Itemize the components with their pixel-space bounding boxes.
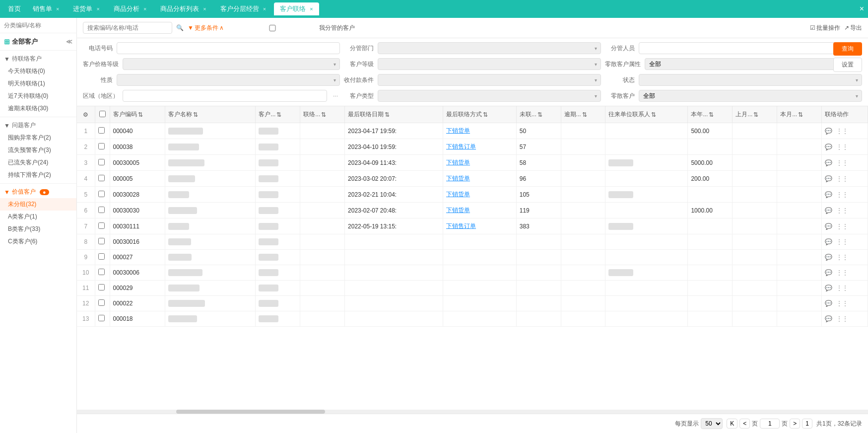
col-this-year[interactable]: 本年...⇅: [688, 106, 733, 123]
message-icon[interactable]: 💬: [825, 128, 832, 135]
col-partner[interactable]: 往来单位联系人⇅: [605, 106, 688, 123]
row-checkbox[interactable]: [95, 155, 110, 171]
col-last-month[interactable]: 上月...⇅: [733, 106, 777, 123]
row-checkbox[interactable]: [95, 171, 110, 187]
first-page-button[interactable]: K: [727, 419, 737, 429]
tab-sales-order[interactable]: 销售单 ×: [27, 2, 65, 15]
col-checkbox[interactable]: [95, 106, 110, 123]
message-icon[interactable]: 💬: [825, 207, 832, 214]
collapse-sidebar-button[interactable]: ≪: [66, 38, 72, 45]
row-checkbox[interactable]: [95, 123, 110, 139]
row-select-checkbox[interactable]: [98, 143, 105, 149]
customer-name[interactable]: [165, 155, 256, 171]
row-select-checkbox[interactable]: [98, 269, 105, 275]
region-input[interactable]: [123, 90, 327, 102]
customer-name[interactable]: [165, 218, 256, 234]
sidebar-item-class-c[interactable]: C类客户(6): [0, 235, 76, 248]
search-input[interactable]: [83, 22, 172, 34]
row-checkbox[interactable]: [95, 187, 110, 203]
customer-name[interactable]: [165, 250, 256, 265]
customer-level-select[interactable]: [378, 58, 601, 70]
col-code[interactable]: 客户编码⇅: [110, 106, 165, 123]
row-checkbox[interactable]: [95, 311, 110, 327]
row-checkbox[interactable]: [95, 234, 110, 250]
more-actions-icon[interactable]: ⋮⋮: [836, 144, 848, 150]
col-unlink-days[interactable]: 未联...⇅: [516, 106, 561, 123]
more-actions-icon[interactable]: ⋮⋮: [836, 300, 848, 307]
sidebar-item-class-b[interactable]: B类客户(33): [0, 223, 76, 235]
last-contact-type[interactable]: 下销货单: [443, 187, 517, 203]
col-this-month[interactable]: 本月...⇅: [777, 106, 822, 123]
col-last-date[interactable]: 最后联络日期⇅: [345, 106, 443, 123]
category-search-input[interactable]: [4, 22, 77, 29]
search-bar-icon[interactable]: 🔍: [176, 24, 184, 31]
customer-name[interactable]: [165, 234, 256, 250]
tab-purchase-order[interactable]: 进货单 ×: [67, 2, 105, 15]
row-checkbox[interactable]: [95, 139, 110, 155]
row-select-checkbox[interactable]: [98, 191, 105, 197]
last-contact-type[interactable]: [443, 265, 517, 281]
message-icon[interactable]: 💬: [825, 238, 832, 245]
sidebar-item-churned[interactable]: 已流失客户(24): [0, 156, 76, 169]
more-actions-icon[interactable]: ⋮⋮: [836, 285, 848, 291]
horizontal-scrollbar[interactable]: [77, 410, 868, 414]
dept-select[interactable]: [378, 42, 601, 54]
my-customers-checkbox[interactable]: 我分管的客户: [228, 24, 355, 32]
region-more-icon[interactable]: ···: [331, 92, 340, 99]
sidebar-group-value-customers[interactable]: ▼ 价值客户 ●: [0, 186, 76, 198]
prev-page-button[interactable]: <: [739, 419, 750, 429]
more-actions-icon[interactable]: ⋮⋮: [836, 207, 848, 214]
row-select-checkbox[interactable]: [98, 127, 105, 134]
customer-name[interactable]: [165, 171, 256, 187]
more-actions-icon[interactable]: ⋮⋮: [836, 223, 848, 230]
close-sales-order-icon[interactable]: ×: [56, 6, 59, 12]
message-icon[interactable]: 💬: [825, 175, 832, 182]
price-level-select[interactable]: [123, 58, 340, 70]
row-checkbox[interactable]: [95, 250, 110, 265]
search-button[interactable]: 查询: [833, 42, 862, 56]
row-checkbox[interactable]: [95, 265, 110, 281]
customer-name[interactable]: [165, 123, 256, 139]
page-number-input[interactable]: [760, 419, 780, 429]
row-select-checkbox[interactable]: [98, 207, 105, 213]
payment-select[interactable]: [378, 74, 601, 86]
message-icon[interactable]: 💬: [825, 269, 832, 276]
status-select[interactable]: [639, 74, 862, 86]
last-page-button[interactable]: 1: [802, 419, 812, 429]
row-checkbox[interactable]: [95, 203, 110, 218]
row-select-checkbox[interactable]: [98, 315, 105, 321]
close-product-analysis-icon[interactable]: ×: [143, 6, 146, 12]
customer-name[interactable]: [165, 265, 256, 281]
last-contact-type[interactable]: [443, 296, 517, 311]
next-page-button[interactable]: >: [790, 419, 800, 429]
sidebar-group-pending-contact[interactable]: ▼ 待联络客户: [0, 53, 76, 65]
customer-name[interactable]: [165, 187, 256, 203]
more-actions-icon[interactable]: ⋮⋮: [836, 191, 848, 198]
close-customer-contact-icon[interactable]: ×: [310, 6, 313, 12]
message-icon[interactable]: 💬: [825, 159, 832, 166]
col-name[interactable]: 客户名称⇅: [165, 106, 256, 123]
sidebar-group-problem-customers[interactable]: ▼ 问题客户: [0, 119, 76, 132]
sidebar-item-ungroup[interactable]: 未分组(32): [0, 198, 76, 211]
row-select-checkbox[interactable]: [98, 222, 105, 229]
close-all-tabs-button[interactable]: ×: [860, 4, 864, 13]
per-page-select[interactable]: 50: [701, 418, 723, 429]
last-contact-type[interactable]: [443, 250, 517, 265]
message-icon[interactable]: 💬: [825, 223, 832, 230]
col-contact[interactable]: 联络...⇅: [300, 106, 345, 123]
message-icon[interactable]: 💬: [825, 191, 832, 198]
message-icon[interactable]: 💬: [825, 144, 832, 150]
row-checkbox[interactable]: [95, 296, 110, 311]
more-actions-icon[interactable]: ⋮⋮: [836, 128, 848, 135]
close-product-analysis-list-icon[interactable]: ×: [203, 6, 206, 12]
row-select-checkbox[interactable]: [98, 284, 105, 290]
sidebar-item-hoarding-anomaly[interactable]: 囤购异常客户(2): [0, 132, 76, 144]
more-conditions-button[interactable]: ▼ 更多条件 ∧: [188, 24, 224, 32]
my-customers-check[interactable]: [228, 25, 317, 31]
manager-input[interactable]: [639, 42, 849, 54]
more-actions-icon[interactable]: ⋮⋮: [836, 254, 848, 261]
customer-name[interactable]: [165, 203, 256, 218]
more-actions-icon[interactable]: ⋮⋮: [836, 159, 848, 166]
tab-customer-tier[interactable]: 客户分层经营 ×: [214, 2, 272, 15]
sidebar-item-today-contact[interactable]: 今天待联络(0): [0, 65, 76, 77]
